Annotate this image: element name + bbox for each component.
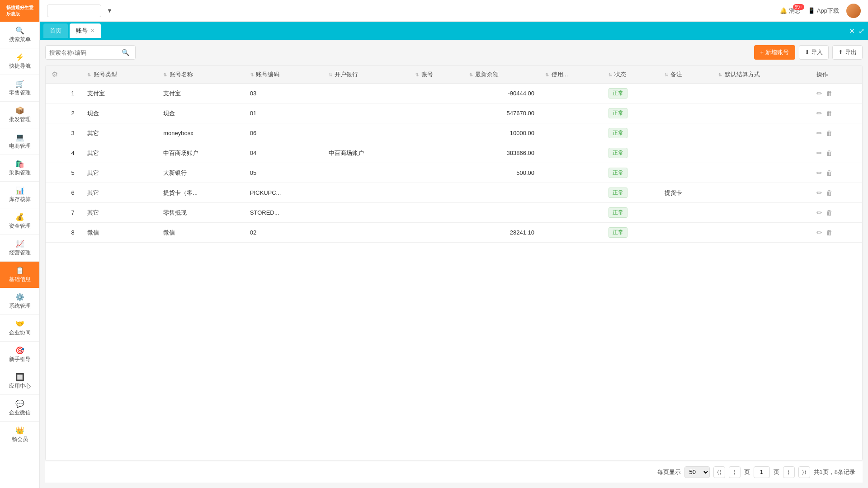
topbar-dropdown[interactable]: ▼: [107, 7, 113, 14]
sidebar-item-ecommerce[interactable]: 💻 电商管理: [0, 128, 39, 155]
delete-button[interactable]: 🗑: [826, 89, 833, 97]
edit-button[interactable]: ✏: [816, 229, 822, 237]
delete-button[interactable]: 🗑: [826, 209, 833, 216]
row-type: 现金: [82, 103, 158, 123]
row-name: moneybosx: [158, 123, 245, 143]
edit-button[interactable]: ✏: [816, 149, 822, 157]
sidebar-item-finance[interactable]: 💰 资金管理: [0, 208, 39, 235]
app-download-button[interactable]: 📱 App下载: [808, 7, 839, 15]
add-account-label: + 新增账号: [760, 48, 789, 56]
sidebar-item-label: 畅会员: [12, 436, 28, 443]
sidebar-item-agreement[interactable]: 🤝 企业协同: [0, 315, 39, 342]
edit-button[interactable]: ✏: [816, 169, 822, 177]
row-balance: [464, 183, 540, 203]
edit-button[interactable]: ✏: [816, 209, 822, 217]
col-account-header[interactable]: ⇅ 账号: [410, 66, 463, 84]
page-next-button[interactable]: ⟩: [783, 466, 795, 478]
col-settle-header[interactable]: ⇅ 默认结算方式: [713, 66, 811, 84]
row-remark: [659, 203, 713, 223]
app-subtitle: 乐惠版: [6, 11, 33, 17]
topbar-search-input[interactable]: [47, 5, 101, 17]
sidebar-item-newguide[interactable]: 🎯 新手引导: [0, 342, 39, 368]
sidebar-item-label: 零售管理: [9, 89, 31, 97]
row-settle: [713, 203, 811, 223]
row-status: 正常: [603, 183, 659, 203]
delete-button[interactable]: 🗑: [826, 169, 833, 177]
sidebar-item-search[interactable]: 🔍 搜索菜单: [0, 22, 39, 48]
toolbar-right: + 新增账号 ⬇ 导入 ⬆ 导出: [754, 45, 863, 60]
sidebar-item-operation[interactable]: 📈 经营管理: [0, 235, 39, 262]
page-prev-button[interactable]: ⟨: [729, 466, 741, 478]
row-status: 正常: [603, 163, 659, 183]
col-remark-header[interactable]: ⇅ 备注: [659, 66, 713, 84]
page-of-label: 页: [774, 468, 779, 476]
tab-home[interactable]: 首页: [43, 23, 68, 38]
page-first-button[interactable]: ⟨⟨: [713, 466, 725, 478]
col-name-header[interactable]: ⇅ 账号名称: [158, 66, 245, 84]
sidebar-item-purchase[interactable]: 🛍️ 采购管理: [0, 155, 39, 182]
delete-button[interactable]: 🗑: [826, 229, 833, 236]
edit-button[interactable]: ✏: [816, 109, 822, 117]
row-bank: [323, 163, 410, 183]
col-status-header[interactable]: ⇅ 状态: [603, 66, 659, 84]
row-name: 现金: [158, 103, 245, 123]
page-number-input[interactable]: [754, 466, 770, 478]
page-size-select[interactable]: 50 100 200: [684, 466, 710, 478]
box-icon: 📦: [15, 106, 24, 115]
sidebar-item-shortcuts[interactable]: ⚡ 快捷导航: [0, 48, 39, 75]
row-bank: [323, 203, 410, 223]
sidebar-item-member[interactable]: 👑 畅会员: [0, 422, 39, 448]
row-usage: [540, 143, 603, 163]
sidebar-item-label: 搜索菜单: [9, 36, 31, 43]
topbar-right: 🔔 消息 99+ 📱 App下载: [780, 4, 861, 18]
export-button[interactable]: ⬆ 导出: [832, 45, 863, 60]
col-code-header[interactable]: ⇅ 账号编码: [245, 66, 323, 84]
app-name: 畅捷通好生意: [6, 5, 33, 11]
row-account: [410, 203, 463, 223]
edit-button[interactable]: ✏: [816, 189, 822, 197]
search-input[interactable]: [49, 49, 122, 56]
edit-button[interactable]: ✏: [816, 89, 822, 98]
delete-button[interactable]: 🗑: [826, 129, 833, 137]
sidebar-item-retail[interactable]: 🛒 零售管理: [0, 75, 39, 102]
row-balance: -90444.00: [464, 84, 540, 103]
search-box: 🔍: [45, 45, 136, 60]
add-account-button[interactable]: + 新增账号: [754, 45, 795, 60]
tab-home-label: 首页: [50, 27, 61, 35]
row-type: 其它: [82, 143, 158, 163]
col-usage-header[interactable]: ⇅ 使用...: [540, 66, 603, 84]
col-bank-header[interactable]: ⇅ 开户银行: [323, 66, 410, 84]
tab-maximize-icon[interactable]: ⤢: [859, 27, 864, 35]
row-settings: [46, 163, 64, 183]
settings-icon[interactable]: ⚙: [52, 70, 58, 78]
sidebar-item-basic[interactable]: 📋 基础信息: [0, 262, 39, 288]
tab-close-all-icon[interactable]: ✕: [849, 27, 855, 35]
sidebar-item-system[interactable]: ⚙️ 系统管理: [0, 288, 39, 315]
sidebar-item-inventory[interactable]: 📊 库存核算: [0, 182, 39, 208]
row-balance: [464, 203, 540, 223]
col-balance-header[interactable]: ⇅ 最新余额: [464, 66, 540, 84]
row-usage: [540, 203, 603, 223]
sidebar-item-wholesale[interactable]: 📦 批发管理: [0, 102, 39, 128]
sidebar-item-label: 新手引导: [9, 356, 31, 363]
page-content: 🔍 + 新增账号 ⬇ 导入 ⬆ 导出 ⚙: [40, 40, 868, 488]
avatar[interactable]: [846, 4, 861, 18]
col-type-header[interactable]: ⇅ 账号类型: [82, 66, 158, 84]
edit-button[interactable]: ✏: [816, 129, 822, 137]
message-button[interactable]: 🔔 消息 99+: [780, 7, 801, 15]
sidebar-item-wecom[interactable]: 💬 企业微信: [0, 395, 39, 422]
delete-button[interactable]: 🗑: [826, 189, 833, 197]
row-no: 2: [64, 103, 82, 123]
sidebar-item-label: 系统管理: [9, 302, 31, 310]
delete-button[interactable]: 🗑: [826, 109, 833, 117]
import-button[interactable]: ⬇ 导入: [799, 45, 829, 60]
shopping-icon: 🛍️: [15, 160, 24, 168]
row-name: 零售抵现: [158, 203, 245, 223]
row-type: 其它: [82, 163, 158, 183]
tab-account[interactable]: 账号 ✕: [70, 23, 101, 38]
delete-button[interactable]: 🗑: [826, 149, 833, 157]
tab-close-icon[interactable]: ✕: [90, 28, 94, 34]
sidebar-item-appcenter[interactable]: 🔲 应用中心: [0, 368, 39, 395]
page-last-button[interactable]: ⟩⟩: [798, 466, 810, 478]
sidebar-item-label: 企业协同: [9, 329, 31, 337]
